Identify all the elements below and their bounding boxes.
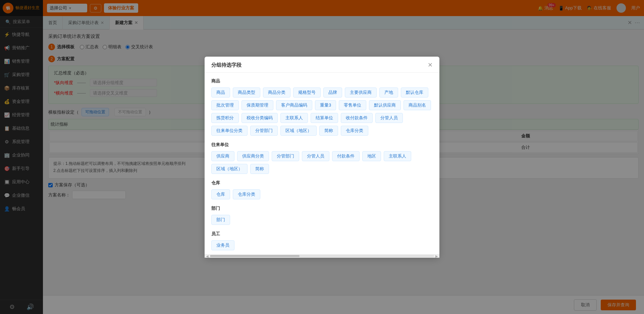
hscroll-left-arrow[interactable]: ◀ [206,254,209,258]
field-tag[interactable]: 业务员 [211,240,234,250]
modal: 分组待选字段 ✕ 商品 商品 商品类型 商品分类 规格型号 品牌 主要供应商 产… [205,57,439,258]
product-fields: 商品 商品类型 商品分类 规格型号 品牌 主要供应商 产地 默认仓库 批次管理 … [211,87,433,136]
field-tag[interactable]: 简称 [250,164,269,174]
field-group-warehouse: 仓库 仓库 仓库分类 [211,180,433,199]
hscroll-thumb [210,255,300,257]
field-tag[interactable]: 往来单位分类 [211,126,248,136]
field-tag[interactable]: 保质期管理 [241,100,273,110]
field-group-product-title: 商品 [211,78,433,84]
employee-fields: 业务员 [211,240,433,250]
field-tag[interactable]: 商品 [211,87,230,98]
field-tag[interactable]: 分管人员 [302,151,329,161]
field-group-employee-title: 员工 [211,231,433,237]
field-tag[interactable]: 收付款条件 [341,113,373,123]
warehouse-fields: 仓库 仓库分类 [211,189,433,199]
field-group-warehouse-title: 仓库 [211,180,433,186]
field-group-department-title: 部门 [211,205,433,211]
modal-overlay: 分组待选字段 ✕ 商品 商品 商品类型 商品分类 规格型号 品牌 主要供应商 产… [0,0,644,314]
field-tag[interactable]: 付款条件 [332,151,360,161]
field-tag[interactable]: 仓库分类 [341,126,368,136]
hscroll-track [210,255,434,257]
modal-horizontal-scrollbar[interactable]: ◀ ▶ [205,254,439,258]
field-tag[interactable]: 客户商品编码 [276,100,312,110]
department-fields: 部门 [211,215,433,225]
field-tag[interactable]: 仓库 [211,189,230,199]
field-tag[interactable]: 分管人员 [375,113,403,123]
field-tag[interactable]: 商品别名 [404,100,431,110]
field-tag[interactable]: 品牌 [323,87,342,98]
field-tag[interactable]: 规格型号 [293,87,321,98]
field-tag[interactable]: 产地 [379,87,398,98]
modal-body[interactable]: 商品 商品 商品类型 商品分类 规格型号 品牌 主要供应商 产地 默认仓库 批次… [205,73,439,254]
field-tag[interactable]: 区域（地区） [211,164,248,174]
field-group-department: 部门 部门 [211,205,433,225]
modal-header: 分组待选字段 ✕ [205,57,439,73]
field-tag[interactable]: 商品分类 [263,87,290,98]
field-tag[interactable]: 简称 [319,126,338,136]
field-tag[interactable]: 重量3 [315,100,336,110]
field-group-product: 商品 商品 商品类型 商品分类 规格型号 品牌 主要供应商 产地 默认仓库 批次… [211,78,433,136]
field-group-partner-title: 往来单位 [211,142,433,148]
field-tag[interactable]: 税收分类编码 [241,113,278,123]
field-tag[interactable]: 供应商分类 [237,151,269,161]
field-tag[interactable]: 部门 [211,215,230,225]
field-group-employee: 员工 业务员 [211,231,433,250]
field-tag[interactable]: 批次管理 [211,100,239,110]
field-tag[interactable]: 主联系人 [280,113,308,123]
modal-close-button[interactable]: ✕ [428,62,433,68]
field-tag[interactable]: 拣货积分 [211,113,239,123]
modal-title: 分组待选字段 [211,62,241,68]
field-tag[interactable]: 零售单位 [339,100,366,110]
hscroll-right-arrow[interactable]: ▶ [435,254,438,258]
field-tag[interactable]: 结算单位 [311,113,338,123]
field-tag[interactable]: 供应商 [211,151,234,161]
field-tag[interactable]: 地区 [362,151,381,161]
field-tag[interactable]: 主联系人 [384,151,411,161]
field-tag[interactable]: 分管部门 [272,151,299,161]
field-tag[interactable]: 默认仓库 [401,87,428,98]
partner-fields: 供应商 供应商分类 分管部门 分管人员 付款条件 地区 主联系人 区域（地区） … [211,151,433,174]
field-tag[interactable]: 区域（地区） [280,126,317,136]
field-group-partner: 往来单位 供应商 供应商分类 分管部门 分管人员 付款条件 地区 主联系人 区域… [211,142,433,174]
field-tag[interactable]: 主要供应商 [345,87,377,98]
field-tag[interactable]: 仓库分类 [233,189,260,199]
field-tag[interactable]: 默认供应商 [369,100,401,110]
field-tag[interactable]: 分管部门 [250,126,278,136]
field-tag[interactable]: 商品类型 [233,87,260,98]
